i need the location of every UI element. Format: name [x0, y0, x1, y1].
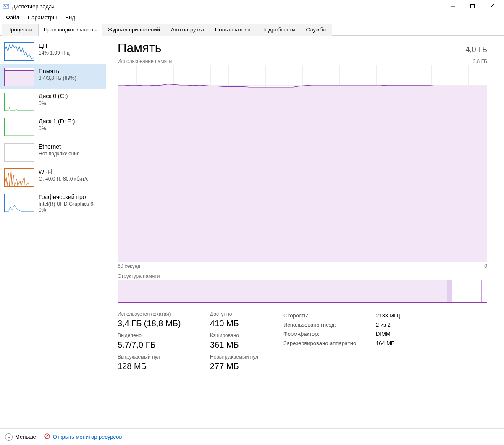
sidebar: ЦП 14% 1,09 ГГц Память 3,4/3,8 ГБ (89%) … [0, 36, 106, 428]
cached-label: Кэшировано [210, 332, 239, 338]
fewer-details-label: Меньше [15, 434, 36, 440]
disk-thumb-icon [4, 118, 34, 136]
close-button[interactable] [482, 0, 501, 13]
in-use-value: 3,4 ГБ (18,8 МБ) [118, 319, 193, 328]
sidebar-item-label: Диск 0 (C:) [39, 93, 68, 99]
sidebar-item-cpu[interactable]: ЦП 14% 1,09 ГГц [0, 39, 106, 64]
speed-label: Скорость: [284, 311, 372, 320]
slots-label: Использовано гнезд: [284, 320, 372, 330]
paged-label: Выгружаемый пул [118, 354, 193, 360]
tab-processes[interactable]: Процессы [2, 24, 38, 36]
sidebar-item-label: Ethernet [39, 143, 80, 150]
sidebar-item-stat: 14% 1,09 ГГц [39, 50, 70, 56]
ethernet-thumb-icon [4, 143, 34, 162]
sidebar-item-disk0[interactable]: Диск 0 (C:) 0% [0, 89, 106, 115]
nonpaged-value: 277 МБ [210, 361, 258, 371]
content: ЦП 14% 1,09 ГГц Память 3,4/3,8 ГБ (89%) … [0, 36, 504, 428]
chart-xright-label: 0 [484, 263, 487, 269]
open-resource-monitor-link[interactable]: Открыть монитор ресурсов [44, 433, 122, 441]
menu-view[interactable]: Вид [62, 13, 79, 21]
sidebar-item-disk1[interactable]: Диск 1 (D: E:) 0% [0, 115, 106, 140]
svg-line-7 [45, 435, 49, 438]
main-panel: Память 4,0 ГБ Использование памяти 3,8 Г… [106, 36, 504, 428]
cached-value: 361 МБ [210, 340, 239, 350]
sidebar-item-ethernet[interactable]: Ethernet Нет подключения [0, 140, 106, 165]
reserved-label: Зарезервировано аппаратно: [284, 339, 372, 348]
sidebar-item-stat: Intel(R) UHD Graphics 6( 0% [39, 201, 95, 213]
chart-ymax-label: 3,8 ГБ [473, 58, 487, 64]
footer: ⌄ Меньше Открыть монитор ресурсов [0, 428, 504, 445]
fewer-details-button[interactable]: ⌄ Меньше [5, 433, 36, 441]
sidebar-item-label: Графический про [39, 194, 95, 200]
menubar: Файл Параметры Вид [0, 13, 504, 23]
capacity-label: 4,0 ГБ [465, 45, 487, 54]
composition-segment [482, 280, 487, 302]
nonpaged-label: Невыгружаемый пул [210, 354, 258, 360]
paged-value: 128 МБ [118, 361, 193, 371]
composition-label: Структура памяти [118, 273, 487, 279]
maximize-button[interactable] [463, 0, 482, 13]
chart-title-label: Использование памяти [118, 58, 172, 64]
menu-file[interactable]: Файл [3, 13, 23, 21]
composition-segment [118, 280, 447, 302]
tab-startup[interactable]: Автозагрузка [165, 24, 210, 36]
memory-composition-bar [118, 280, 487, 303]
chevron-down-icon: ⌄ [5, 433, 13, 441]
committed-value: 5,7/7,0 ГБ [118, 340, 193, 350]
sidebar-item-stat: О: 40,0 П: 80,0 кбит/с [39, 176, 89, 182]
tabstrip: Процессы Производительность Журнал прило… [0, 23, 504, 36]
tab-details[interactable]: Подробности [256, 24, 301, 36]
page-title: Память [118, 41, 162, 55]
cpu-thumb-icon [4, 42, 34, 61]
memory-usage-chart [118, 65, 487, 262]
in-use-label: Используется (сжатая) [118, 311, 193, 317]
sidebar-item-gpu[interactable]: Графический про Intel(R) UHD Graphics 6(… [0, 190, 106, 216]
sidebar-item-stat: Нет подключения [39, 151, 80, 157]
resource-monitor-label: Открыть монитор ресурсов [53, 434, 122, 440]
chart-xleft-label: 60 секунд [118, 263, 140, 269]
committed-label: Выделено [118, 332, 193, 338]
details-section: Используется (сжатая) 3,4 ГБ (18,8 МБ) Д… [118, 311, 487, 371]
sidebar-item-memory[interactable]: Память 3,4/3,8 ГБ (89%) [0, 64, 106, 89]
composition-segment [447, 280, 453, 302]
sidebar-item-label: Память [39, 68, 76, 74]
menu-options[interactable]: Параметры [24, 13, 60, 21]
sidebar-item-stat: 0% [39, 100, 68, 106]
tab-services[interactable]: Службы [301, 24, 332, 36]
gpu-thumb-icon [4, 194, 34, 212]
sidebar-item-stat: 3,4/3,8 ГБ (89%) [39, 75, 76, 81]
tab-users[interactable]: Пользователи [210, 24, 256, 36]
sidebar-item-label: Wi-Fi [39, 168, 89, 175]
form-label: Форм-фактор: [284, 330, 372, 339]
svg-marker-5 [118, 84, 487, 262]
svg-rect-2 [471, 5, 475, 8]
resource-monitor-icon [44, 433, 50, 441]
app-icon [3, 3, 9, 10]
hardware-info: Скорость:2133 МГц Использовано гнезд:2 и… [284, 311, 400, 371]
memory-thumb-icon [4, 68, 34, 86]
minimize-button[interactable] [444, 0, 463, 13]
window-controls [444, 0, 501, 13]
tab-performance[interactable]: Производительность [38, 24, 102, 36]
sidebar-item-stat: 0% [39, 126, 75, 131]
titlebar: Диспетчер задач [0, 0, 504, 13]
sidebar-item-wifi[interactable]: Wi-Fi О: 40,0 П: 80,0 кбит/с [0, 165, 106, 190]
available-label: Доступно [210, 311, 239, 317]
sidebar-item-label: Диск 1 (D: E:) [39, 118, 75, 125]
form-value: DIMM [376, 330, 391, 339]
composition-segment [452, 280, 482, 302]
disk-thumb-icon [4, 93, 34, 111]
wifi-thumb-icon [4, 168, 34, 187]
available-value: 410 МБ [210, 319, 239, 328]
slots-value: 2 из 2 [376, 320, 391, 330]
tab-app-history[interactable]: Журнал приложений [102, 24, 165, 36]
sidebar-item-label: ЦП [39, 42, 70, 49]
speed-value: 2133 МГц [376, 311, 400, 320]
window-title: Диспетчер задач [12, 3, 55, 10]
reserved-value: 164 МБ [376, 339, 395, 348]
